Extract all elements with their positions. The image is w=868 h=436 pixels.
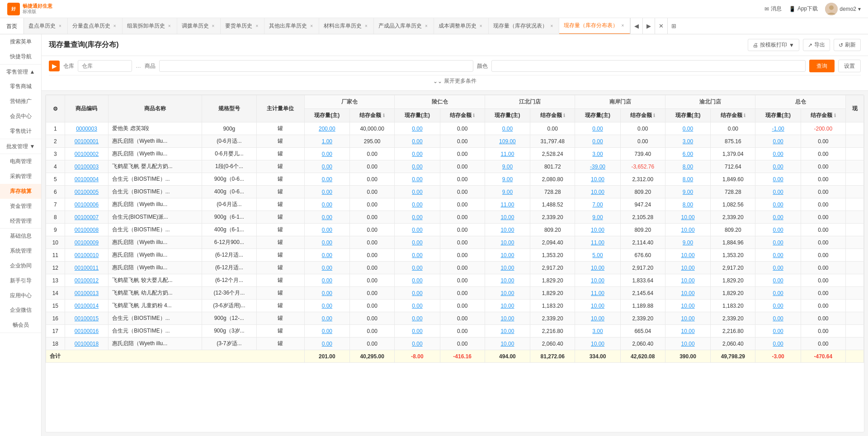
cell-factory-stock[interactable]: 0.00 xyxy=(304,274,349,287)
cell-jiangbei-stock[interactable]: 10.00 xyxy=(485,300,530,312)
info-icon-2[interactable]: ℹ xyxy=(473,113,475,118)
cell-linhe-stock[interactable]: 0.00 xyxy=(395,287,440,300)
tab-inventory-count[interactable]: 盘点单历史 × xyxy=(24,18,68,34)
cell-yubei-stock[interactable]: 9.00 xyxy=(665,236,710,249)
cell-nanan-stock[interactable]: 0.00 xyxy=(575,135,620,148)
query-btn[interactable]: 查询 xyxy=(809,60,835,72)
cell-linhe-stock[interactable]: 0.00 xyxy=(395,211,440,224)
cell-nanan-stock[interactable]: 10.00 xyxy=(575,262,620,274)
tab-expand-btn[interactable]: ⊞ xyxy=(667,18,680,34)
th-settings[interactable]: ⚙ xyxy=(46,95,65,122)
cell-code[interactable]: 00100007 xyxy=(65,211,108,224)
setting-btn[interactable]: 设置 xyxy=(838,60,861,72)
close-tab-material-out[interactable]: × xyxy=(363,23,369,29)
cell-total-stock[interactable]: 0.00 xyxy=(755,287,801,300)
cell-linhe-stock[interactable]: 0.00 xyxy=(395,325,440,338)
cell-yubei-stock[interactable]: 10.00 xyxy=(665,300,710,312)
cell-jiangbei-stock[interactable]: 9.00 xyxy=(485,186,530,198)
cell-nanan-stock[interactable]: 9.00 xyxy=(575,211,620,224)
cell-jiangbei-stock[interactable]: 11.00 xyxy=(485,148,530,160)
close-tab-other-out[interactable]: × xyxy=(309,23,314,29)
cell-factory-stock[interactable]: 0.00 xyxy=(304,338,349,350)
sidebar-item-wholesale-mgmt[interactable]: 批发管理 ▼ xyxy=(0,139,41,154)
cell-yubei-stock[interactable]: 10.00 xyxy=(665,274,710,287)
cell-linhe-stock[interactable]: 0.00 xyxy=(395,249,440,262)
expand-conditions-row[interactable]: ⌄⌄ 展开更多条件 xyxy=(49,75,861,87)
cell-jiangbei-stock[interactable]: 10.00 xyxy=(485,236,530,249)
cell-yubei-stock[interactable]: 10.00 xyxy=(665,338,710,350)
info-icon-4[interactable]: ℹ xyxy=(653,113,655,118)
cell-jiangbei-stock[interactable]: 10.00 xyxy=(485,249,530,262)
cell-factory-stock[interactable]: 0.00 xyxy=(304,160,349,173)
cell-factory-stock[interactable]: 0.00 xyxy=(304,262,349,274)
sidebar-item-wechat-member[interactable]: 畅会员 xyxy=(0,318,41,333)
tab-close-all-btn[interactable]: ✕ xyxy=(655,18,667,34)
cell-factory-stock[interactable]: 0.00 xyxy=(304,236,349,249)
cell-code[interactable]: 00100014 xyxy=(65,300,108,312)
cell-total-stock[interactable]: -1.00 xyxy=(755,122,801,135)
tab-requisition[interactable]: 要货单历史 × xyxy=(221,18,264,34)
sidebar-item-retail-mall[interactable]: 零售商城 xyxy=(0,79,41,94)
cell-yubei-stock[interactable]: 10.00 xyxy=(665,325,710,338)
cell-factory-stock[interactable]: 0.00 xyxy=(304,224,349,236)
tab-split-count[interactable]: 分量盘点单历史 × xyxy=(68,18,123,34)
cell-jiangbei-stock[interactable]: 9.00 xyxy=(485,173,530,186)
cell-total-stock[interactable]: 0.00 xyxy=(755,300,801,312)
cell-total-stock[interactable]: 0.00 xyxy=(755,173,801,186)
cell-yubei-stock[interactable]: 10.00 xyxy=(665,224,710,236)
cell-jiangbei-stock[interactable]: 10.00 xyxy=(485,312,530,325)
tab-home[interactable]: 首页 xyxy=(0,18,24,34)
cell-linhe-stock[interactable]: 0.00 xyxy=(395,338,440,350)
cell-linhe-stock[interactable]: 0.00 xyxy=(395,173,440,186)
cell-total-stock[interactable]: 0.00 xyxy=(755,325,801,338)
tab-product-in[interactable]: 产成品入库单历史 × xyxy=(374,18,434,34)
cell-factory-stock[interactable]: 0.00 xyxy=(304,325,349,338)
cell-factory-stock[interactable]: 0.00 xyxy=(304,300,349,312)
close-tab-stock-status[interactable]: × xyxy=(549,23,555,29)
cell-nanan-stock[interactable]: 10.00 xyxy=(575,186,620,198)
sidebar-item-basic-info[interactable]: 基础信息 xyxy=(0,229,41,244)
cell-factory-stock[interactable]: 0.00 xyxy=(304,186,349,198)
cell-nanan-stock[interactable]: -39.00 xyxy=(575,160,620,173)
cell-total-stock[interactable]: 0.00 xyxy=(755,236,801,249)
sidebar-item-new-guide[interactable]: 新手引导 xyxy=(0,273,41,288)
cell-nanan-stock[interactable]: 10.00 xyxy=(575,300,620,312)
tab-cost-adjust[interactable]: 成本调整单历史 × xyxy=(434,18,489,34)
cell-factory-stock[interactable]: 0.00 xyxy=(304,287,349,300)
cell-nanan-stock[interactable]: 10.00 xyxy=(575,173,620,186)
cell-total-stock[interactable]: 0.00 xyxy=(755,312,801,325)
cell-yubei-stock[interactable]: 8.00 xyxy=(665,160,710,173)
cell-total-stock[interactable]: 0.00 xyxy=(755,148,801,160)
sidebar-item-mkt-promo[interactable]: 营销推广 xyxy=(0,94,41,109)
app-download-btn[interactable]: 📱 App下载 xyxy=(789,5,818,13)
cell-linhe-stock[interactable]: 0.00 xyxy=(395,312,440,325)
cell-nanan-stock[interactable]: 11.00 xyxy=(575,236,620,249)
cell-code[interactable]: 00100009 xyxy=(65,236,108,249)
sidebar-item-retail-mgmt[interactable]: 零售管理 ▲ xyxy=(0,65,41,80)
tab-material-out[interactable]: 材料出库单历史 × xyxy=(319,18,374,34)
cell-code[interactable]: 00100005 xyxy=(65,186,108,198)
sidebar-item-corp-collab[interactable]: 企业协同 xyxy=(0,258,41,273)
close-tab-inventory-count[interactable]: × xyxy=(57,23,63,29)
cell-factory-stock[interactable]: 0.00 xyxy=(304,198,349,211)
cell-total-stock[interactable]: 0.00 xyxy=(755,338,801,350)
cell-code[interactable]: 00100015 xyxy=(65,312,108,325)
cell-code[interactable]: 00100008 xyxy=(65,224,108,236)
cell-code[interactable]: 00100010 xyxy=(65,249,108,262)
message-btn[interactable]: ✉ 消息 xyxy=(764,5,782,13)
cell-nanan-stock[interactable]: 10.00 xyxy=(575,274,620,287)
print-btn[interactable]: 🖨 按模板打印 ▼ xyxy=(748,39,799,51)
cell-jiangbei-stock[interactable]: 11.00 xyxy=(485,198,530,211)
cell-jiangbei-stock[interactable]: 9.00 xyxy=(485,160,530,173)
cell-nanan-stock[interactable]: 11.00 xyxy=(575,287,620,300)
cell-factory-stock[interactable]: 0.00 xyxy=(304,173,349,186)
cell-yubei-stock[interactable]: 3.00 xyxy=(665,135,710,148)
sidebar-item-ecom-mgmt[interactable]: 电商管理 xyxy=(0,154,41,169)
cell-total-stock[interactable]: 0.00 xyxy=(755,135,801,148)
cell-code[interactable]: 00100012 xyxy=(65,274,108,287)
close-tab-group-disassemble[interactable]: × xyxy=(167,23,172,29)
info-icon-5[interactable]: ℹ xyxy=(744,113,745,118)
cell-linhe-stock[interactable]: 0.00 xyxy=(395,236,440,249)
tab-next-btn[interactable]: ▶ xyxy=(642,18,655,34)
cell-linhe-stock[interactable]: 0.00 xyxy=(395,135,440,148)
